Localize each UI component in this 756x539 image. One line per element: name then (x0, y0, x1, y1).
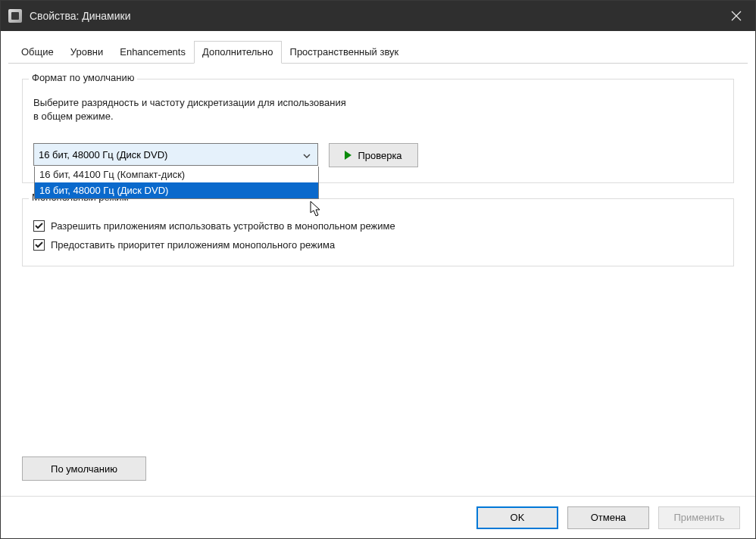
content-area: Общие Уровни Enhancements Дополнительно … (1, 31, 755, 496)
group-default-format: Формат по умолчанию Выберите разрядность… (22, 79, 734, 183)
button-label: Применить (673, 512, 724, 523)
format-dropdown: 16 бит, 44100 Гц (Компакт-диск) 16 бит, … (34, 167, 319, 199)
play-icon (345, 151, 351, 160)
combobox-selected: 16 бит, 48000 Гц (Диск DVD) (39, 149, 301, 160)
button-label: Проверка (358, 150, 401, 161)
option-label: 16 бит, 48000 Гц (Диск DVD) (39, 185, 168, 196)
speaker-icon (8, 9, 22, 23)
button-label: Отмена (591, 512, 626, 523)
checkbox-label: Разрешить приложениям использовать устро… (51, 220, 395, 232)
chevron-down-icon (301, 149, 313, 160)
window-title: Свойства: Динамики (30, 10, 130, 22)
desc-text: Выберите разрядность и частоту дискретиз… (33, 96, 723, 110)
tab-enhancements[interactable]: Enhancements (111, 41, 194, 64)
cancel-button[interactable]: Отмена (567, 506, 649, 529)
tab-general[interactable]: Общие (13, 41, 62, 64)
tab-label: Enhancements (120, 46, 186, 58)
restore-defaults-button[interactable]: По умолчанию (22, 456, 146, 481)
tab-advanced[interactable]: Дополнительно (194, 41, 282, 64)
tab-body-advanced: Формат по умолчанию Выберите разрядность… (8, 64, 748, 456)
tabs: Общие Уровни Enhancements Дополнительно … (8, 40, 748, 64)
group-exclusive-mode: Монопольный режим Разрешить приложениям … (22, 198, 734, 266)
tab-levels[interactable]: Уровни (62, 41, 111, 64)
title-bar: Свойства: Динамики (1, 1, 755, 31)
format-option[interactable]: 16 бит, 44100 Гц (Компакт-диск) (35, 167, 318, 182)
button-label: OK (511, 512, 525, 523)
checkbox-allow-exclusive[interactable] (33, 220, 45, 232)
tab-label: Пространственный звук (290, 46, 399, 58)
tab-spatial[interactable]: Пространственный звук (282, 41, 408, 64)
apply-button: Применить (658, 506, 740, 529)
close-button[interactable] (717, 1, 755, 31)
button-label: По умолчанию (51, 463, 117, 475)
group-legend: Формат по умолчанию (29, 72, 137, 83)
tab-label: Дополнительно (202, 46, 273, 58)
tab-label: Уровни (70, 46, 103, 58)
ok-button[interactable]: OK (476, 506, 558, 529)
checkbox-priority-exclusive[interactable] (33, 239, 45, 251)
tab-label: Общие (21, 46, 54, 58)
checkbox-label: Предоставить приоритет приложениям моноп… (51, 239, 335, 251)
option-label: 16 бит, 44100 Гц (Компакт-диск) (39, 169, 185, 180)
test-button[interactable]: Проверка (329, 143, 418, 167)
desc-text: в общем режиме. (33, 110, 723, 123)
dialog-button-bar: OK Отмена Применить (1, 496, 755, 538)
properties-window: Свойства: Динамики Общие Уровни Enhancem… (0, 0, 756, 539)
format-combobox[interactable]: 16 бит, 48000 Гц (Диск DVD) 16 бит, 4410… (33, 143, 318, 166)
format-option[interactable]: 16 бит, 48000 Гц (Диск DVD) (35, 182, 318, 198)
